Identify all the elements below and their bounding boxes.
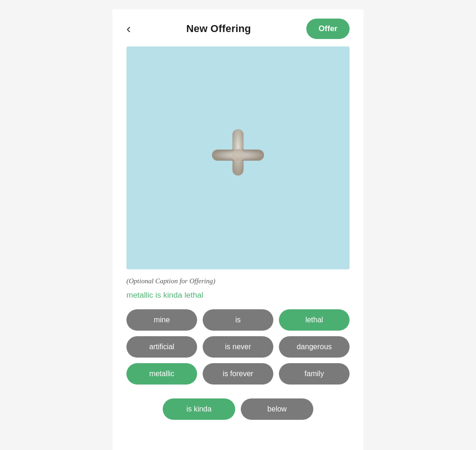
- word-btn-is-forever[interactable]: is forever: [203, 363, 273, 385]
- word-btn-is-kinda[interactable]: is kinda: [163, 398, 235, 420]
- phone-container: ‹ New Offering Offer: [112, 9, 364, 450]
- caption-area: (Optional Caption for Offering): [112, 269, 364, 287]
- offer-button[interactable]: Offer: [306, 19, 350, 39]
- word-buttons-last-row: is kinda below: [112, 398, 364, 434]
- product-image-area: [126, 46, 350, 269]
- word-buttons-grid: mine is lethal artificial is never dange…: [112, 300, 364, 398]
- word-btn-artificial[interactable]: artificial: [126, 336, 197, 358]
- word-btn-below[interactable]: below: [241, 398, 313, 420]
- svg-point-2: [231, 149, 245, 162]
- word-btn-mine[interactable]: mine: [126, 309, 197, 331]
- word-btn-is[interactable]: is: [203, 309, 273, 331]
- word-btn-family[interactable]: family: [279, 363, 350, 385]
- word-btn-lethal[interactable]: lethal: [279, 309, 350, 331]
- caption-placeholder: (Optional Caption for Offering): [126, 277, 215, 285]
- word-btn-dangerous[interactable]: dangerous: [279, 336, 350, 358]
- product-image-svg: [201, 121, 275, 195]
- word-btn-is-never[interactable]: is never: [203, 336, 273, 358]
- header: ‹ New Offering Offer: [112, 9, 364, 46]
- word-btn-metallic[interactable]: metallic: [126, 363, 197, 385]
- back-button[interactable]: ‹: [126, 22, 131, 35]
- tag-line: metallic is kinda lethal: [112, 291, 364, 300]
- page-title: New Offering: [186, 23, 251, 35]
